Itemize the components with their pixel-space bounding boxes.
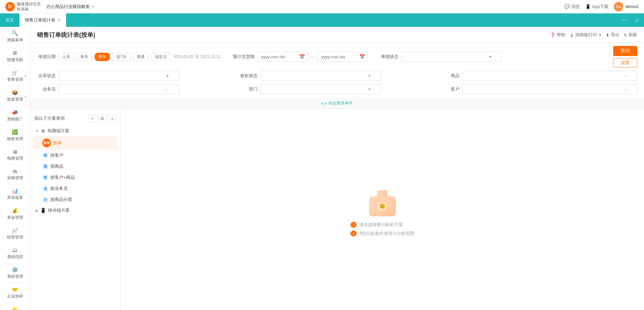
message-icon: 💬 bbox=[565, 4, 570, 9]
arrow-icon: ▼ bbox=[24, 74, 27, 78]
goods-more-icon[interactable]: ··· bbox=[624, 73, 628, 79]
sidebar-item-ecommerce[interactable]: 🖥 电商管理 bbox=[0, 146, 30, 165]
collapse-bar[interactable]: ∧∧ 收起更多条件 bbox=[30, 98, 644, 109]
user-area[interactable]: Ea demo2 bbox=[614, 2, 639, 11]
nav-group-sales: 💹 销售管理 bbox=[0, 126, 30, 146]
sidebar-item-system[interactable]: ⚙️ 系统管理 bbox=[0, 263, 30, 283]
settings-button[interactable]: 设置 bbox=[613, 58, 637, 67]
sidebar-item-basics[interactable]: 🗂 基础信息 bbox=[0, 244, 30, 263]
payment-filter: 收款状态 ▼ bbox=[239, 71, 435, 81]
settings-scheme-button[interactable]: ⚙ bbox=[98, 114, 106, 122]
sidebar-item-quicknav[interactable]: ⊞ 快捷导航 bbox=[0, 47, 30, 66]
tree-item-by-cust-prod[interactable]: 客 按客户+商品 bbox=[33, 172, 118, 183]
status-select[interactable]: ▼ bbox=[401, 52, 502, 62]
date-more-btn[interactable]: 更多 bbox=[133, 53, 149, 61]
chevron-down-icon: ▼ bbox=[91, 5, 95, 8]
purchase-icon: 🛍 bbox=[12, 168, 17, 174]
date-this-month-btn[interactable]: 本月 bbox=[76, 53, 92, 61]
delivery-select[interactable]: ▼ bbox=[58, 71, 179, 81]
nav-group-operations: 📈 经营管理 bbox=[0, 224, 30, 244]
nav-group-enterprise: 🤝 企业协同 bbox=[0, 283, 30, 303]
template-print-button[interactable]: 🖨 按模板打印 ▼ bbox=[570, 32, 602, 38]
page-actions: ❓ 帮助 🖨 按模板打印 ▼ ⬇ 导出 ↻ 刷新 bbox=[550, 32, 637, 41]
tree-item-by-customer[interactable]: 客 按客户 bbox=[33, 150, 118, 161]
expected-date-start[interactable] bbox=[257, 52, 308, 62]
tree-item-by-category[interactable]: 分 按商品分类 bbox=[33, 194, 118, 205]
refresh-icon: ↻ bbox=[624, 33, 627, 38]
tree-item-by-product[interactable]: 商 按商品 bbox=[33, 161, 118, 172]
goods-select[interactable]: ··· bbox=[462, 71, 637, 81]
customer-more-icon[interactable]: ··· bbox=[624, 87, 628, 92]
date-7days-btn[interactable]: 近7天 bbox=[113, 53, 130, 61]
logo-area: 好 畅捷通好生意 标准版 bbox=[5, 2, 41, 11]
salesperson-more-icon[interactable]: ··· bbox=[165, 87, 169, 92]
top-bar-right: 💬 消息 📱 App下载 Ea demo2 bbox=[565, 2, 639, 11]
salesperson-filter: 业务员 ··· bbox=[37, 84, 233, 94]
tree-item-by-order[interactable]: 按单 按单 bbox=[33, 136, 118, 150]
query-button[interactable]: 查询 bbox=[613, 46, 637, 56]
status-select-arrow-icon: ▼ bbox=[488, 55, 492, 59]
salesperson-select[interactable]: ··· bbox=[58, 84, 179, 94]
sidebar-item-inventory[interactable]: 📊 库存核算 bbox=[0, 185, 30, 204]
sidebar-item-marketing[interactable]: 📣 营销推广 bbox=[0, 106, 30, 125]
collapse-panel-button[interactable]: « bbox=[108, 114, 116, 122]
operations-icon: 📈 bbox=[12, 227, 18, 234]
avatar: Ea bbox=[614, 2, 623, 11]
empty-box: 😊 bbox=[369, 196, 396, 216]
tree-section: ▼ 🖥 电脑端方案 按单 按单 客 按客户 bbox=[30, 126, 120, 215]
nav-group-newuser: 🌟 新手引导 bbox=[0, 303, 30, 310]
payment-select-arrow-icon: ▼ bbox=[368, 74, 371, 78]
tab-home[interactable]: 首页 bbox=[0, 13, 19, 27]
top-bar: 好 畅捷通好生意 标准版 办公用品行业模拟账套 ▼ 💬 消息 📱 App下载 E… bbox=[0, 0, 644, 13]
minimize-button[interactable]: — bbox=[620, 15, 629, 25]
collapse-left-icon: « bbox=[111, 116, 113, 121]
split-layout: 按以下方案查询 + ⚙ « ▼ bbox=[30, 109, 644, 310]
sidebar-item-operations[interactable]: 📈 经营管理 bbox=[0, 224, 30, 244]
sidebar-item-retail[interactable]: 🛒 零售管理 ▼ bbox=[0, 66, 30, 86]
hint2-num: 2 bbox=[351, 230, 357, 237]
date-last-month-btn[interactable]: 上月 bbox=[58, 53, 74, 61]
tree-item-by-salesperson[interactable]: 业 按业务员 bbox=[33, 183, 118, 194]
help-button[interactable]: ❓ 帮助 bbox=[550, 32, 566, 38]
export-button[interactable]: ⬇ 导出 bbox=[606, 32, 620, 38]
message-button[interactable]: 💬 消息 bbox=[565, 4, 580, 10]
payment-select[interactable]: ▼ bbox=[260, 71, 381, 81]
arrow-icon: ▲ bbox=[24, 94, 27, 98]
sidebar-item-wholesale[interactable]: 📦 批发管理 ▲ bbox=[0, 86, 30, 106]
refresh-button[interactable]: ↻ 刷新 bbox=[624, 32, 637, 38]
hint-2: 2 用[过滤]条件来缩小分析范围 bbox=[351, 230, 414, 237]
empty-illustration: 😊 bbox=[362, 183, 402, 216]
export-icon: ⬇ bbox=[606, 33, 609, 38]
date-this-year-btn[interactable]: 本年 bbox=[95, 53, 110, 61]
sidebar-item-search[interactable]: 🔍 搜索菜单 bbox=[0, 27, 30, 47]
customer-select[interactable]: ··· bbox=[462, 84, 637, 94]
tab-sales-stat[interactable]: 销售订单统计表 ✕ bbox=[19, 13, 66, 27]
tree-group-mobile[interactable]: ▶ 📱 移动端方案 bbox=[33, 205, 118, 215]
add-scheme-button[interactable]: + bbox=[88, 114, 96, 122]
company-selector[interactable]: 办公用品行业模拟账套 ▼ bbox=[44, 4, 97, 10]
date-filter-group: 单据日期 上月 本月 本年 近7天 更多 自定义 2023-01-01 至 20… bbox=[37, 53, 221, 61]
sidebar: 🔍 搜索菜单 ⊞ 快捷导航 🛒 零售管理 ▼ 📦 批发管理 ▲ 📣 营销推广 bbox=[0, 27, 30, 310]
search-icon: 🔍 bbox=[12, 30, 18, 36]
close-tab-icon[interactable]: ✕ bbox=[57, 18, 61, 22]
sidebar-item-finance[interactable]: 💰 资金管理 bbox=[0, 204, 30, 224]
maximize-button[interactable]: ⤢ bbox=[632, 15, 641, 25]
by-cust-prod-icon: 客 bbox=[42, 174, 48, 180]
print-chevron-icon: ▼ bbox=[598, 33, 602, 37]
sidebar-item-sales[interactable]: 💹 销售管理 bbox=[0, 126, 30, 145]
nav-group-inventory: 📊 库存核算 bbox=[0, 185, 30, 204]
department-select[interactable]: ▼ bbox=[260, 84, 381, 94]
sidebar-item-purchase[interactable]: 🛍 采购管理 bbox=[0, 165, 30, 184]
expected-date-end[interactable] bbox=[317, 52, 368, 62]
app-download-button[interactable]: 📱 App下载 bbox=[585, 4, 608, 10]
sidebar-item-newuser[interactable]: 🌟 新手引导 bbox=[0, 303, 30, 310]
tree-group-pc[interactable]: ▼ 🖥 电脑端方案 bbox=[33, 126, 118, 136]
app-icon: 📱 bbox=[585, 4, 591, 9]
tree-group-pc-icon: 🖥 bbox=[41, 128, 46, 134]
basics-icon: 🗂 bbox=[12, 247, 17, 253]
date-custom-btn[interactable]: 自定义 bbox=[151, 53, 171, 61]
sidebar-item-enterprise[interactable]: 🤝 企业协同 bbox=[0, 283, 30, 303]
goods-label: 商品 bbox=[441, 73, 460, 79]
expected-date-label: 预计交货期 bbox=[233, 54, 255, 60]
nav-group-basics: 🗂 基础信息 bbox=[0, 244, 30, 263]
